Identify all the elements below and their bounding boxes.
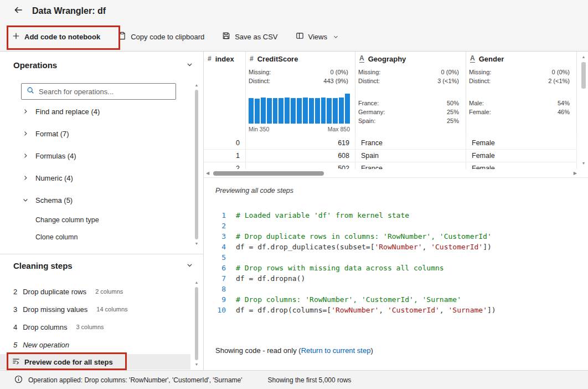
step-detail: 2 columns (95, 288, 123, 295)
code-text: df = df.drop(columns=['RowNumber', 'Cust… (236, 305, 496, 315)
scroll-up-arrow[interactable]: ▲ (582, 54, 586, 60)
code-text: df = df.drop_duplicates(subset=['RowNumb… (236, 242, 492, 252)
column-header-gender[interactable]: AGenderMissing:0 (0%)Distinct:2 (<1%)Mal… (466, 52, 577, 137)
copy-code-to-clipboard-button[interactable]: Copy code to clipboard (111, 27, 211, 46)
table-cell: 2 (204, 162, 246, 169)
clipboard-icon (118, 32, 126, 42)
stat-row: Distinct:443 (9%) (246, 76, 355, 85)
collapse-cleaning-icon[interactable] (186, 261, 193, 270)
line-number: 7 (204, 273, 226, 284)
cleaning-scrollbar[interactable]: ▲ ▼ (193, 280, 200, 367)
cleaning-step-4[interactable]: 4Drop columns3 columns (0, 318, 193, 336)
code-footer: Showing code - read only (Return to curr… (215, 346, 373, 355)
histogram-bar (285, 98, 290, 124)
category-row: Male:54% (466, 99, 576, 108)
save-icon (222, 32, 230, 42)
max-label: Max 850 (328, 126, 350, 132)
grid-column-headers: #index#CreditScoreMissing:0 (0%)Distinct… (204, 52, 577, 137)
operations-title: Operations (13, 60, 57, 70)
chevron-down-icon (22, 197, 29, 203)
preview-code-for-all-steps-item[interactable]: Preview code for all steps (0, 354, 190, 370)
table-row[interactable]: 0619FranceFemale (204, 137, 577, 150)
scroll-up-arrow[interactable]: ▲ (195, 83, 199, 88)
back-button[interactable] (13, 5, 23, 17)
scroll-down-arrow[interactable]: ▼ (195, 241, 199, 247)
column-header-geography[interactable]: AGeographyMissing:0 (0%)Distinct:3 (<1%)… (355, 52, 466, 137)
table-cell: 0 (204, 137, 246, 149)
category-row: Female:46% (466, 108, 576, 116)
save-csv-label: Save as CSV (235, 33, 277, 41)
table-row[interactable]: 1608SpainFemale (204, 150, 577, 162)
operation-item-clone-column[interactable]: Clone column (0, 228, 193, 245)
step-label: Drop missing values (23, 305, 87, 314)
step-number: 5 (13, 341, 17, 349)
table-row[interactable]: 2502FranceFemale (204, 162, 577, 169)
scrollbar-thumb[interactable] (195, 287, 198, 360)
table-cell: France (355, 162, 466, 169)
return-to-current-step-link[interactable]: Return to current step (301, 346, 371, 355)
step-label: Drop duplicate rows (23, 288, 86, 296)
stat-label: Distinct: (358, 78, 380, 85)
save-as-csv-button[interactable]: Save as CSV (215, 27, 284, 46)
cleaning-step-3[interactable]: 3Drop missing values14 columns (0, 300, 193, 318)
cleaning-steps-title: Cleaning steps (13, 261, 73, 270)
chevron-right-icon (22, 108, 29, 115)
operation-group-schema-5[interactable]: Schema (5) (0, 189, 193, 211)
code-preview-panel: Previewing all code steps 1# Loaded vari… (204, 177, 588, 370)
cleaning-step-5[interactable]: 5New operation (0, 336, 193, 354)
category-value: 46% (558, 109, 570, 116)
histogram-bar (339, 98, 344, 124)
line-number: 1 (204, 210, 226, 221)
content-area: Operations Find and replace (4)Format (7… (0, 52, 588, 370)
code-line: 7df = df.dropna() (204, 273, 577, 284)
scroll-right-arrow[interactable]: ▶ (574, 171, 577, 176)
titlebar: Data Wrangler: df (0, 0, 588, 22)
step-number: 2 (13, 288, 17, 296)
operation-item-change-column-type[interactable]: Change column type (0, 211, 193, 228)
operation-group-find-and-replace-4[interactable]: Find and replace (4) (0, 100, 193, 122)
scrollbar-thumb[interactable] (213, 171, 324, 176)
operation-group-formulas-4[interactable]: Formulas (4) (0, 145, 193, 167)
operation-group-format-7[interactable]: Format (7) (0, 122, 193, 145)
category-row: Spain:25% (355, 116, 466, 125)
cleaning-steps-list: 2Drop duplicate rows2 columns3Drop missi… (0, 283, 193, 354)
histogram-bar (345, 94, 350, 124)
operations-scrollbar[interactable]: ▲ ▼ (193, 83, 200, 247)
toolbar: Add code to notebook Copy code to clipbo… (0, 22, 588, 52)
operation-group-label: Numeric (4) (35, 174, 73, 182)
scrollbar-thumb[interactable] (195, 90, 198, 239)
operation-group-label: Find and replace (4) (35, 108, 100, 116)
back-arrow-icon (13, 5, 23, 17)
scroll-down-arrow[interactable]: ▼ (195, 362, 199, 367)
chevron-right-icon (22, 130, 29, 137)
collapse-operations-icon[interactable] (186, 60, 193, 70)
category-value: 25% (447, 117, 459, 125)
line-number: 6 (204, 263, 226, 273)
grid-rows: 0619FranceFemale1608SpainFemale2502Franc… (204, 137, 577, 169)
scroll-down-arrow[interactable]: ▼ (582, 161, 586, 166)
cleaning-step-2[interactable]: 2Drop duplicate rows2 columns (0, 283, 193, 300)
views-icon (296, 32, 304, 42)
code-line: 3# Drop duplicate rows in columns: 'RowN… (204, 231, 577, 242)
line-number: 9 (204, 294, 226, 305)
grid-vertical-scrollbar[interactable]: ▲ ▼ (580, 54, 587, 166)
line-number: 10 (204, 305, 226, 315)
code-line: 2 (204, 221, 577, 231)
scroll-left-arrow[interactable]: ◀ (206, 171, 209, 176)
search-input[interactable] (39, 88, 171, 96)
column-header-index[interactable]: #index (204, 52, 246, 137)
views-button[interactable]: Views (289, 27, 345, 46)
code-line: 4df = df.drop_duplicates(subset=['RowNum… (204, 242, 577, 252)
stat-row: Distinct:2 (<1%) (466, 76, 576, 85)
scrollbar-thumb[interactable] (581, 62, 586, 89)
scroll-up-arrow[interactable]: ▲ (195, 280, 199, 285)
column-header-creditscore[interactable]: #CreditScoreMissing:0 (0%)Distinct:443 (… (246, 52, 355, 137)
line-number: 3 (204, 231, 226, 242)
operation-group-label: Formulas (4) (35, 152, 76, 160)
category-value: 25% (447, 109, 459, 116)
add-code-to-notebook-button[interactable]: Add code to notebook (6, 28, 107, 46)
grid-horizontal-scrollbar[interactable]: ◀ ▶ (204, 169, 579, 177)
status-message: Operation applied: Drop columns: 'RowNum… (28, 376, 243, 384)
column-name: index (215, 55, 234, 63)
operation-group-numeric-4[interactable]: Numeric (4) (0, 167, 193, 189)
